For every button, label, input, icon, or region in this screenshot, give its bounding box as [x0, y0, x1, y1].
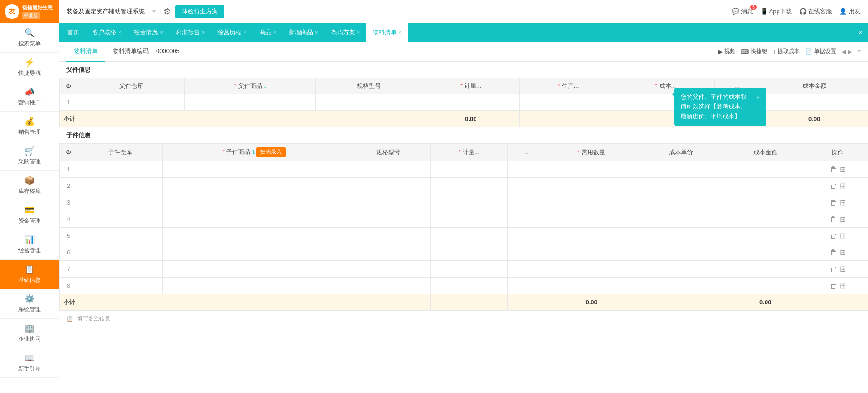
copy-icon[interactable]: ⊞: [840, 181, 846, 190]
close-customers-icon[interactable]: ×: [118, 30, 121, 35]
child-spec-3[interactable]: [346, 194, 431, 211]
close-all-tabs-btn[interactable]: ×: [855, 29, 866, 36]
user-menu[interactable]: 👤 用友: [839, 7, 861, 16]
child-extra-5[interactable]: [507, 228, 544, 244]
tab-goods[interactable]: 商品 ×: [253, 23, 283, 42]
child-unit-6[interactable]: [430, 244, 507, 261]
child-goods-4[interactable]: [162, 211, 346, 228]
delete-icon[interactable]: 🗑: [830, 215, 837, 224]
child-spec-2[interactable]: [346, 178, 431, 194]
copy-icon[interactable]: ⊞: [840, 198, 846, 207]
close-operation-icon[interactable]: ×: [160, 30, 163, 35]
shortcut-action[interactable]: ⌨ 快捷键: [741, 48, 767, 55]
tooltip-close-btn[interactable]: ×: [756, 92, 760, 103]
child-goods-8[interactable]: [162, 278, 346, 294]
child-qty-8[interactable]: [544, 278, 639, 294]
child-qty-4[interactable]: [544, 211, 639, 228]
copy-icon[interactable]: ⊞: [840, 265, 846, 273]
copy-icon[interactable]: ⊞: [840, 231, 846, 240]
layout-toggle[interactable]: ≡: [857, 48, 861, 55]
child-goods-5[interactable]: [162, 228, 346, 244]
sidebar-item-operation[interactable]: 📊 经营管理: [0, 230, 59, 260]
child-unit-4[interactable]: [430, 211, 507, 228]
close-goods-icon[interactable]: ×: [273, 30, 276, 35]
child-goods-2[interactable]: [162, 178, 346, 194]
child-spec-6[interactable]: [346, 244, 431, 261]
child-unit-2[interactable]: [430, 178, 507, 194]
child-spec-5[interactable]: [346, 228, 431, 244]
child-spec-7[interactable]: [346, 261, 431, 278]
tab-biz-history[interactable]: 经营历程 ×: [211, 23, 253, 42]
child-unit-cost-7[interactable]: [639, 261, 723, 278]
child-extra-8[interactable]: [507, 278, 544, 294]
child-goods-1[interactable]: [162, 161, 346, 178]
next-icon[interactable]: ▶: [848, 48, 852, 55]
child-unit-3[interactable]: [430, 194, 507, 211]
delete-icon[interactable]: 🗑: [830, 265, 837, 273]
child-unit-cost-3[interactable]: [639, 194, 723, 211]
tab-operation-status[interactable]: 经营情况 ×: [127, 23, 169, 42]
online-service[interactable]: 🎧 在线客服: [799, 7, 832, 16]
child-qty-6[interactable]: [544, 244, 639, 261]
parent-spec-cell[interactable]: [315, 94, 422, 111]
parent-goods-cell[interactable]: [185, 94, 315, 111]
sidebar-item-inventory[interactable]: 📦 库存核算: [0, 171, 59, 200]
child-warehouse-4[interactable]: [78, 211, 163, 228]
child-unit-cost-5[interactable]: [639, 228, 723, 244]
sidebar-item-sales[interactable]: 💰 销售管理: [0, 112, 59, 141]
child-extra-2[interactable]: [507, 178, 544, 194]
child-spec-4[interactable]: [346, 211, 431, 228]
child-unit-8[interactable]: [430, 278, 507, 294]
parent-production-cell[interactable]: [519, 94, 617, 111]
tab-home[interactable]: 首页: [61, 23, 86, 42]
subtab-bom-list[interactable]: 物料清单: [66, 42, 105, 62]
bottom-hint[interactable]: 📋 填写备注信息: [59, 311, 868, 326]
child-warehouse-5[interactable]: [78, 228, 163, 244]
prev-icon[interactable]: ◀: [842, 48, 846, 55]
extract-cost-action[interactable]: ↑ 提取成本: [773, 48, 800, 55]
child-extra-7[interactable]: [507, 261, 544, 278]
child-extra-1[interactable]: [507, 161, 544, 178]
tab-bom[interactable]: 物料清单 ×: [366, 23, 408, 42]
child-unit-cost-8[interactable]: [639, 278, 723, 294]
child-qty-3[interactable]: [544, 194, 639, 211]
sidebar-item-search[interactable]: 🔍 搜索菜单: [0, 23, 59, 53]
delete-icon[interactable]: 🗑: [830, 165, 837, 174]
child-extra-3[interactable]: [507, 194, 544, 211]
sidebar-item-enterprise[interactable]: 🏢 企业协同: [0, 319, 59, 348]
sidebar-item-guide[interactable]: 📖 新手引导: [0, 348, 59, 378]
child-unit-cost-2[interactable]: [639, 178, 723, 194]
copy-icon[interactable]: ⊞: [840, 165, 846, 174]
child-extra-6[interactable]: [507, 244, 544, 261]
delete-icon[interactable]: 🗑: [830, 199, 837, 207]
child-unit-1[interactable]: [430, 161, 507, 178]
child-unit-cost-4[interactable]: [639, 211, 723, 228]
delete-icon[interactable]: 🗑: [830, 282, 837, 290]
child-spec-1[interactable]: [346, 161, 431, 178]
child-spec-8[interactable]: [346, 278, 431, 294]
child-warehouse-7[interactable]: [78, 261, 163, 278]
child-warehouse-6[interactable]: [78, 244, 163, 261]
app-download[interactable]: 📱 App下载: [760, 7, 792, 16]
child-qty-7[interactable]: [544, 261, 639, 278]
child-warehouse-1[interactable]: [78, 161, 163, 178]
child-warehouse-2[interactable]: [78, 178, 163, 194]
child-unit-7[interactable]: [430, 261, 507, 278]
delete-icon[interactable]: 🗑: [830, 232, 837, 240]
close-new-goods-icon[interactable]: ×: [315, 30, 318, 35]
tab-profit[interactable]: 利润报告 ×: [169, 23, 211, 42]
tab-barcode[interactable]: 条码方案 ×: [325, 23, 366, 42]
close-barcode-icon[interactable]: ×: [357, 30, 360, 35]
child-qty-1[interactable]: [544, 161, 639, 178]
sidebar-item-marketing[interactable]: 📣 营销推广: [0, 82, 59, 112]
child-unit-cost-1[interactable]: [639, 161, 723, 178]
copy-icon[interactable]: ⊞: [840, 215, 846, 224]
sidebar-item-finance[interactable]: 💳 资金管理: [0, 200, 59, 230]
child-goods-7[interactable]: [162, 261, 346, 278]
child-qty-2[interactable]: [544, 178, 639, 194]
child-warehouse-3[interactable]: [78, 194, 163, 211]
try-btn[interactable]: 体验行业方案: [175, 5, 224, 18]
child-warehouse-8[interactable]: [78, 278, 163, 294]
message-badge[interactable]: 💬 6 消息: [732, 7, 753, 16]
sidebar-item-purchase[interactable]: 🛒 采购管理: [0, 141, 59, 171]
